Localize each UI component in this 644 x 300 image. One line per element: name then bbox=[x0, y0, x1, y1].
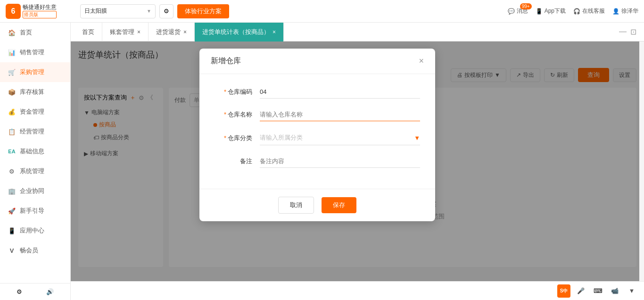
online-service-label: 在线客服 bbox=[582, 7, 605, 15]
logo-name: 畅捷通好生意 bbox=[23, 4, 57, 11]
sidebar-item-label: 首页 bbox=[20, 28, 32, 37]
sidebar-item-label: 系统管理 bbox=[20, 167, 44, 175]
phone-icon: 📱 bbox=[536, 8, 543, 15]
keyboard-icon[interactable]: ⌨ bbox=[591, 284, 604, 298]
sidebar-item-apps[interactable]: 📱 应用中心 bbox=[0, 221, 70, 241]
sidebar-item-inventory[interactable]: 📦 库存核算 bbox=[0, 82, 70, 102]
search-dropdown-arrow[interactable]: ▼ bbox=[147, 8, 151, 14]
page-content: 进货单统计（按商品） 🖨 按模板打印 ▼ ↗ 导出 ↻ 刷新 查询 设置 bbox=[71, 42, 644, 281]
operations-icon: 📋 bbox=[8, 127, 16, 136]
tab-minimize-icon[interactable]: — bbox=[619, 27, 627, 36]
category-placeholder: 请输入所属分类 bbox=[260, 133, 303, 142]
bottom-arrow-icon[interactable]: ▼ bbox=[625, 284, 638, 298]
form-row-remark: 备注 bbox=[215, 155, 420, 168]
apps-icon: 📱 bbox=[8, 226, 16, 235]
tab-close-icon[interactable]: × bbox=[137, 29, 140, 35]
headset-icon: 🎧 bbox=[573, 8, 580, 15]
tab-close-icon[interactable]: × bbox=[183, 29, 187, 35]
sidebar-item-label: 企业协同 bbox=[20, 187, 44, 195]
finance-icon: 💰 bbox=[8, 108, 16, 116]
warehouse-name-input[interactable] bbox=[260, 108, 420, 121]
sidebar-item-home[interactable]: 🏠 首页 bbox=[0, 23, 70, 42]
save-button[interactable]: 保存 bbox=[322, 197, 356, 213]
logo-area: 6 畅捷通好生意 搭员版 bbox=[6, 4, 76, 19]
gear-icon: ⚙ bbox=[164, 8, 169, 15]
speaker-icon[interactable]: 🔊 bbox=[46, 288, 54, 295]
logo-badge: 搭员版 bbox=[23, 11, 57, 18]
remark-input[interactable] bbox=[260, 155, 420, 168]
form-row-code: 仓库编码 bbox=[215, 85, 420, 99]
modal-header: 新增仓库 × bbox=[199, 49, 435, 74]
sidebar-item-label: 销售管理 bbox=[20, 48, 44, 57]
category-arrow-icon: ▼ bbox=[414, 134, 420, 142]
tab-account[interactable]: 账套管理 × bbox=[102, 23, 149, 42]
sidebar-item-label: 新手引导 bbox=[20, 207, 44, 215]
camera-icon[interactable]: 📹 bbox=[608, 284, 621, 298]
user-area[interactable]: 👤 徐泽华 bbox=[612, 7, 638, 15]
tab-purchase-stats[interactable]: 进货单统计表（按商品） × bbox=[195, 23, 284, 42]
tab-bar: 首页 账套管理 × 进货退货 × 进货单统计表（按商品） × — ⊡ bbox=[71, 23, 644, 42]
tab-close-icon[interactable]: × bbox=[272, 29, 276, 35]
sidebar-item-basics[interactable]: EA 基础信息 bbox=[0, 142, 70, 161]
form-label-category: 仓库分类 bbox=[215, 134, 252, 142]
form-row-category: 仓库分类 请输入所属分类 ▼ bbox=[215, 131, 420, 145]
form-label-name: 仓库名称 bbox=[215, 110, 252, 119]
warehouse-code-input[interactable] bbox=[260, 85, 420, 99]
content-area: 首页 账套管理 × 进货退货 × 进货单统计表（按商品） × — ⊡ 进货单统计… bbox=[71, 23, 644, 300]
app-download-btn[interactable]: 📱 App下载 bbox=[536, 7, 566, 15]
gear-button[interactable]: ⚙ bbox=[159, 4, 173, 18]
sidebar-item-operations[interactable]: 📋 经营管理 bbox=[0, 122, 70, 142]
tab-expand-icon[interactable]: ⊡ bbox=[630, 27, 636, 36]
message-badge: 99+ bbox=[520, 3, 532, 9]
sidebar-bottom: ⚙ 🔊 bbox=[0, 283, 70, 300]
guide-icon: 🚀 bbox=[8, 207, 16, 215]
search-input[interactable] bbox=[84, 8, 145, 15]
form-label-code: 仓库编码 bbox=[215, 88, 252, 96]
tab-label: 进货退货 bbox=[156, 28, 181, 36]
settings-bottom-icon[interactable]: ⚙ bbox=[17, 288, 22, 295]
header-right: 💬 消息 99+ 📱 App下载 🎧 在线客服 👤 徐泽华 bbox=[508, 7, 638, 15]
modal-body: 仓库编码 仓库名称 仓库分类 请输入所属分类 bbox=[199, 74, 435, 189]
online-service-btn[interactable]: 🎧 在线客服 bbox=[573, 7, 605, 15]
modal-footer: 取消 保存 bbox=[199, 189, 435, 221]
bottom-bar: S中 🎤 ⌨ 📹 ▼ bbox=[71, 281, 644, 300]
home-icon: 🏠 bbox=[8, 28, 16, 37]
add-warehouse-modal: 新增仓库 × 仓库编码 仓库名称 bbox=[199, 49, 435, 221]
top-header: 6 畅捷通好生意 搭员版 ▼ ⚙ 体验行业方案 💬 消息 99+ 📱 App下载… bbox=[0, 0, 644, 23]
vip-icon: V bbox=[8, 246, 16, 255]
tab-home[interactable]: 首页 bbox=[74, 23, 102, 42]
sidebar-item-guide[interactable]: 🚀 新手引导 bbox=[0, 201, 70, 221]
warehouse-category-select[interactable]: 请输入所属分类 ▼ bbox=[260, 131, 420, 145]
tab-actions: — ⊡ bbox=[619, 27, 640, 36]
purchase-icon: 🛒 bbox=[8, 68, 16, 76]
form-row-name: 仓库名称 bbox=[215, 108, 420, 121]
tab-purchase-return[interactable]: 进货退货 × bbox=[149, 23, 195, 42]
header-search-box[interactable]: ▼ bbox=[80, 4, 156, 18]
sidebar-item-vip[interactable]: V 畅会员 bbox=[0, 241, 70, 260]
message-icon: 💬 bbox=[508, 8, 515, 15]
sidebar-item-label: 经营管理 bbox=[20, 127, 44, 136]
cancel-button[interactable]: 取消 bbox=[278, 197, 314, 214]
sidebar: 🏠 首页 📊 销售管理 🛒 采购管理 📦 库存核算 💰 资金管理 📋 经营管理 … bbox=[0, 23, 71, 300]
sidebar-item-label: 资金管理 bbox=[20, 108, 44, 116]
sales-icon: 📊 bbox=[8, 48, 16, 57]
logo-icon: 6 bbox=[6, 4, 21, 19]
modal-close-icon[interactable]: × bbox=[419, 56, 424, 66]
form-label-remark: 备注 bbox=[215, 157, 252, 166]
tab-label: 进货单统计表（按商品） bbox=[202, 28, 270, 36]
message-btn[interactable]: 💬 消息 99+ bbox=[508, 7, 528, 15]
sidebar-item-finance[interactable]: 💰 资金管理 bbox=[0, 102, 70, 122]
sidebar-item-purchase[interactable]: 🛒 采购管理 bbox=[0, 62, 70, 82]
sidebar-item-sales[interactable]: 📊 销售管理 bbox=[0, 42, 70, 62]
sidebar-item-enterprise[interactable]: 🏢 企业协同 bbox=[0, 181, 70, 201]
try-industry-button[interactable]: 体验行业方案 bbox=[177, 4, 229, 18]
sidebar-item-label: 库存核算 bbox=[20, 88, 44, 96]
sidebar-item-label: 采购管理 bbox=[20, 68, 44, 76]
microphone-icon[interactable]: 🎤 bbox=[574, 284, 587, 298]
modal-title: 新增仓库 bbox=[211, 56, 241, 66]
basics-icon: EA bbox=[8, 147, 16, 156]
sidebar-item-system[interactable]: ⚙ 系统管理 bbox=[0, 161, 70, 181]
main-layout: 🏠 首页 📊 销售管理 🛒 采购管理 📦 库存核算 💰 资金管理 📋 经营管理 … bbox=[0, 23, 644, 300]
tab-label: 账套管理 bbox=[110, 28, 134, 36]
sidebar-item-label: 应用中心 bbox=[20, 226, 44, 235]
